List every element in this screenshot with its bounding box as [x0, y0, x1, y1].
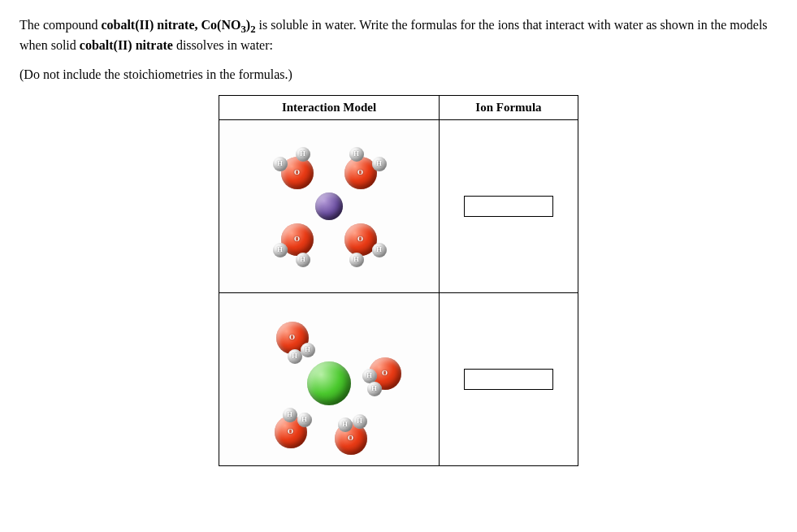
question-line-1: The compound cobalt(II) nitrate, Co(NO3)…: [19, 16, 778, 54]
ion-formula-input-2[interactable]: [464, 369, 553, 390]
question-text: The compound cobalt(II) nitrate, Co(NO3)…: [19, 16, 778, 84]
interaction-model-anion: O H H O H H: [219, 292, 440, 465]
table-row: O H H O H H: [219, 292, 578, 465]
nitrate-ion-icon: [307, 361, 351, 405]
question-line-2: (Do not include the stoichiometries in t…: [19, 66, 778, 84]
compound-name: cobalt(II) nitrate, Co(NO3)2: [101, 18, 255, 32]
header-interaction-model: Interaction Model: [219, 95, 440, 119]
interaction-model-cation: O H H O H H: [219, 119, 440, 292]
header-ion-formula: Ion Formula: [440, 95, 578, 119]
text-pre: The compound: [19, 18, 101, 32]
ion-formula-input-1[interactable]: [464, 196, 553, 217]
interaction-table: Interaction Model Ion Formula O: [219, 95, 578, 466]
ion-formula-cell: [440, 292, 578, 465]
cobalt-ion-icon: [315, 192, 343, 220]
text-post: dissolves in water:: [173, 38, 273, 52]
compound-name-2: cobalt(II) nitrate: [80, 38, 173, 52]
ion-formula-cell: [440, 119, 578, 292]
table-row: O H H O H H: [219, 119, 578, 292]
